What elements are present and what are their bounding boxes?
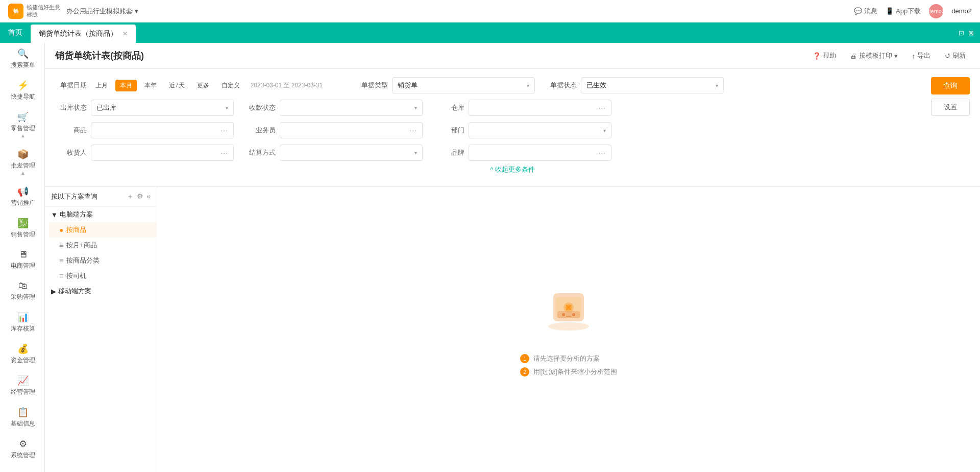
tab-bar: 首页 销货单统计表（按商品） ✕ ⊡ ⊠	[0, 22, 980, 43]
doc-type-control[interactable]: 销货单	[392, 77, 535, 93]
tip-num-1: 1	[520, 354, 529, 363]
marketing-icon: 📢	[17, 186, 29, 197]
collapse-label: ^ 收起更多条件	[490, 166, 535, 173]
tip-text-1: 请先选择要分析的方案	[533, 354, 600, 363]
app-download-action[interactable]: 📱 App下载	[886, 7, 921, 16]
sidebar-item-system[interactable]: ⚙ 系统管理	[0, 433, 44, 465]
doc-type-label: 单据类型	[356, 81, 392, 90]
settings-button[interactable]: 设置	[931, 99, 970, 116]
by-month-goods-icon: ≡	[59, 241, 63, 249]
export-btn[interactable]: ↑ 导出	[908, 49, 935, 62]
tree-node-by-goods[interactable]: ● 按商品	[49, 222, 157, 238]
goods-control[interactable]: ···	[91, 122, 234, 138]
sidebar: 🔍 搜索菜单 ⚡ 快捷导航 🛒 零售管理 ▲ 📦 批发管理 ▲ 📢 营销推广 💹…	[0, 43, 45, 472]
dept-label: 部门	[433, 126, 469, 135]
date-btn-last-month[interactable]: 上月	[91, 79, 112, 92]
date-filter: 上月 本月 本年 近7天 更多 自定义 2023-03-01 至 2023-03…	[91, 79, 346, 92]
sidebar-item-enterprise[interactable]: 🤝 企业协同	[0, 465, 44, 472]
sidebar-item-purchase[interactable]: 🛍 采购管理	[0, 275, 44, 306]
add-scheme-btn[interactable]: ＋	[127, 192, 134, 201]
collapse-panel-btn[interactable]: «	[146, 192, 151, 201]
left-panel-title: 按以下方案查询	[51, 192, 97, 201]
warehouse-control[interactable]: ···	[469, 100, 611, 116]
svg-point-0	[548, 322, 589, 331]
svg-point-9	[572, 313, 575, 316]
tree-group-mobile-arrow: ▶	[51, 288, 56, 295]
date-btn-7days[interactable]: 近7天	[164, 79, 189, 92]
sidebar-item-finance[interactable]: 💰 资金管理	[0, 338, 44, 370]
tree-group-mobile-label: 移动端方案	[58, 287, 91, 296]
sidebar-item-wholesale[interactable]: 📦 批发管理 ▲	[0, 144, 44, 181]
minimize-icon[interactable]: ⊡	[959, 29, 964, 37]
left-panel-header: 按以下方案查询 ＋ ⚙ «	[45, 187, 157, 207]
goods-label: 商品	[55, 126, 91, 135]
consignee-label: 收货人	[55, 148, 91, 157]
by-goods-category-icon: ≡	[59, 256, 63, 265]
help-btn[interactable]: ❓ 帮助	[808, 49, 840, 62]
by-goods-icon: ●	[59, 226, 63, 234]
template-print-btn[interactable]: 🖨 按模板打印	[846, 49, 902, 62]
print-dropdown-icon	[894, 52, 898, 60]
sidebar-item-sales[interactable]: 💹 销售管理	[0, 213, 44, 244]
query-button[interactable]: 查询	[931, 77, 970, 95]
sidebar-label-wholesale: 批发管理	[11, 161, 35, 170]
date-btn-this-month[interactable]: 本月	[115, 80, 137, 91]
sidebar-item-basic[interactable]: 📋 基础信息	[0, 402, 44, 433]
workspace-selector[interactable]: 办公用品行业模拟账套	[66, 7, 138, 16]
tip-num-2: 2	[520, 367, 529, 376]
tab-report[interactable]: 销货单统计表（按商品） ✕	[31, 25, 136, 43]
receive-status-control[interactable]	[280, 100, 423, 116]
date-range-text: 2023-03-01 至 2023-03-31	[251, 81, 323, 90]
workspace-dropdown-icon	[135, 7, 138, 15]
sidebar-label-sales: 销售管理	[11, 230, 35, 239]
message-action[interactable]: 💬 消息	[854, 7, 877, 16]
empty-tips: 1 请先选择要分析的方案 2 用[过滤]条件来缩小分析范围	[520, 354, 617, 376]
tree-node-by-goods-category[interactable]: ≡ 按商品分类	[49, 253, 157, 268]
tree-node-by-driver[interactable]: ≡ 按司机	[49, 268, 157, 284]
filter-section: 单据日期 上月 本月 本年 近7天 更多 自定义 2023-03-01 至 20…	[45, 69, 980, 187]
sidebar-item-quick-nav[interactable]: ⚡ 快捷导航	[0, 75, 44, 106]
sidebar-item-operation[interactable]: 📈 经营管理	[0, 370, 44, 402]
search-icon: 🔍	[17, 48, 29, 59]
out-status-control[interactable]: 已出库	[91, 100, 234, 116]
consignee-control[interactable]: ···	[91, 145, 234, 161]
dept-control[interactable]	[469, 122, 611, 138]
collapse-bar[interactable]: ^ 收起更多条件	[55, 161, 970, 178]
edit-scheme-btn[interactable]: ⚙	[137, 192, 143, 201]
receive-status-arrow	[414, 105, 417, 111]
goods-dots: ···	[220, 126, 228, 134]
tree-group-mobile[interactable]: ▶ 移动端方案	[45, 284, 157, 299]
quick-nav-icon: ⚡	[17, 80, 29, 91]
sidebar-item-marketing[interactable]: 📢 营销推广	[0, 181, 44, 213]
sidebar-item-search[interactable]: 🔍 搜索菜单	[0, 43, 44, 75]
left-panel-container: 按以下方案查询 ＋ ⚙ « ▼ 电脑端方案 ● 按商品	[45, 187, 980, 472]
settlement-control[interactable]	[280, 145, 423, 161]
purchase-icon: 🛍	[18, 280, 28, 291]
tree-node-by-month-goods[interactable]: ≡ 按月+商品	[49, 238, 157, 253]
refresh-btn[interactable]: ↺ 刷新	[941, 49, 970, 62]
date-btn-custom[interactable]: 自定义	[217, 79, 244, 92]
receive-status-label: 收款状态	[244, 103, 280, 112]
brand-label: 品牌	[433, 148, 469, 157]
sidebar-item-retail[interactable]: 🛒 零售管理 ▲	[0, 106, 44, 144]
doc-status-control[interactable]: 已生效	[581, 77, 724, 93]
svg-rect-10	[566, 316, 571, 317]
ecommerce-icon: 🖥	[18, 249, 28, 260]
main-layout: 🔍 搜索菜单 ⚡ 快捷导航 🛒 零售管理 ▲ 📦 批发管理 ▲ 📢 营销推广 💹…	[0, 43, 980, 472]
tree-group-desktop[interactable]: ▼ 电脑端方案	[45, 207, 157, 222]
page-actions: ❓ 帮助 🖨 按模板打印 ↑ 导出 ↺ 刷新	[808, 49, 970, 68]
sidebar-item-ecommerce[interactable]: 🖥 电商管理	[0, 244, 44, 275]
avatar[interactable]: demo2	[929, 4, 943, 18]
inventory-icon: 📊	[17, 312, 29, 323]
sidebar-item-inventory[interactable]: 📊 库存核算	[0, 306, 44, 338]
report-tab-label: 销货单统计表（按商品）	[39, 29, 117, 38]
brand-control[interactable]: ···	[469, 145, 611, 161]
date-btn-more[interactable]: 更多	[192, 79, 214, 92]
filter-row-4: 收货人 ··· 结算方式 品牌 ···	[55, 145, 925, 161]
salesperson-control[interactable]: ···	[280, 122, 423, 138]
maximize-icon[interactable]: ⊠	[968, 29, 974, 37]
date-btn-this-year[interactable]: 本年	[140, 79, 161, 92]
warehouse-dots: ···	[598, 104, 606, 112]
tab-home[interactable]: 首页	[0, 22, 31, 43]
tab-close-icon[interactable]: ✕	[122, 30, 128, 37]
